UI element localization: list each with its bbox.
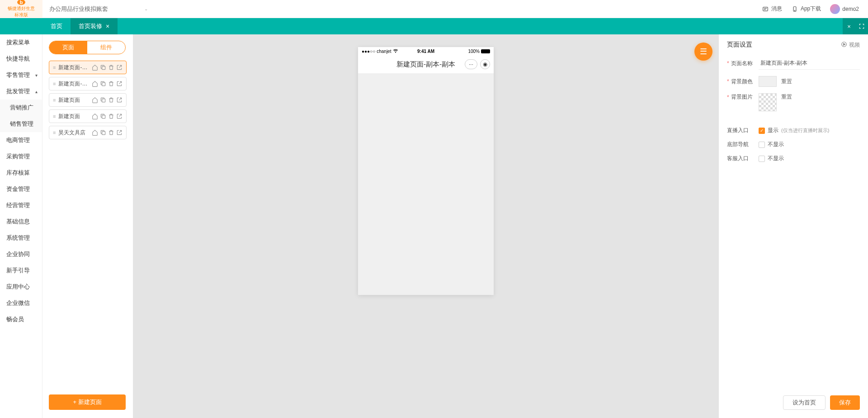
- tab-home[interactable]: 首页: [42, 18, 71, 34]
- svg-rect-0: [763, 7, 768, 10]
- page-item[interactable]: ≡ 新建页面-副本...: [49, 61, 127, 74]
- tab-switch-page[interactable]: 页面: [49, 41, 87, 54]
- user-menu[interactable]: demo2: [830, 4, 859, 14]
- drag-handle-icon[interactable]: ≡: [53, 81, 56, 86]
- tab-bar-right: ×: [843, 18, 868, 34]
- set-home-button[interactable]: 设为首页: [783, 395, 826, 410]
- external-link-icon[interactable]: [116, 97, 123, 103]
- page-item-name: 昊天文具店: [58, 129, 92, 137]
- image-swatch[interactable]: [759, 93, 777, 111]
- sidebar-item-member[interactable]: 畅会员: [0, 311, 42, 328]
- home-icon[interactable]: [92, 113, 98, 119]
- fab-menu-button[interactable]: ☰: [694, 43, 712, 61]
- tab-switch-component[interactable]: 组件: [87, 41, 125, 54]
- save-button[interactable]: 保存: [830, 395, 860, 410]
- drag-handle-icon[interactable]: ≡: [53, 114, 56, 119]
- sidebar-item-search[interactable]: 搜索菜单: [0, 34, 42, 51]
- messages-label: 消息: [771, 5, 782, 13]
- live-checkbox[interactable]: ✓: [759, 128, 765, 134]
- delete-icon[interactable]: [108, 97, 114, 103]
- sidebar-item-operation[interactable]: 经营管理: [0, 197, 42, 214]
- sidebar-item-collab[interactable]: 企业协同: [0, 246, 42, 262]
- main: 页面 组件 ≡ 新建页面-副本... ≡ 新建页面-副本 ≡ 新建页面: [42, 34, 868, 418]
- color-swatch[interactable]: [759, 76, 777, 87]
- copy-icon[interactable]: [100, 113, 106, 119]
- sidebar-item-purchase[interactable]: 采购管理: [0, 148, 42, 165]
- wifi-icon: [392, 48, 399, 55]
- account-dropdown[interactable]: 办公用品行业模拟账套 ⌄: [49, 5, 148, 13]
- sidebar-item-system[interactable]: 系统管理: [0, 230, 42, 246]
- phone-time: 9:41 AM: [417, 49, 434, 54]
- home-icon[interactable]: [92, 97, 98, 103]
- delete-icon[interactable]: [108, 129, 114, 136]
- sidebar-item-inventory[interactable]: 库存核算: [0, 165, 42, 181]
- drag-handle-icon[interactable]: ≡: [53, 130, 56, 135]
- service-hide-label: 不显示: [768, 155, 784, 162]
- external-link-icon[interactable]: [116, 113, 123, 119]
- account-name: 办公用品行业模拟账套: [49, 5, 108, 13]
- close-icon[interactable]: ×: [106, 23, 109, 30]
- external-link-icon[interactable]: [116, 81, 123, 87]
- delete-icon[interactable]: [108, 64, 114, 71]
- app-icon: [791, 5, 798, 13]
- sidebar-item-funds[interactable]: 资金管理: [0, 181, 42, 197]
- home-icon[interactable]: [92, 81, 98, 87]
- sidebar-item-quicknav[interactable]: 快捷导航: [0, 51, 42, 67]
- svg-point-2: [794, 10, 795, 10]
- fullscreen-button[interactable]: [855, 18, 868, 34]
- battery-icon: [481, 49, 490, 53]
- sidebar-item-guide[interactable]: 新手引导: [0, 262, 42, 279]
- new-page-button[interactable]: + 新建页面: [49, 394, 126, 410]
- copy-icon[interactable]: [100, 97, 106, 103]
- live-show-label: 显示: [768, 127, 778, 134]
- page-item-name: 新建页面: [58, 113, 92, 120]
- svg-rect-6: [102, 115, 105, 119]
- target-icon[interactable]: ◉: [480, 59, 490, 69]
- signal-icon: ●●●○○: [362, 49, 375, 54]
- delete-icon[interactable]: [108, 81, 114, 87]
- sidebar-item-wholesale[interactable]: 批发管理: [0, 83, 42, 100]
- messages-icon: [762, 5, 769, 13]
- sidebar-item-retail[interactable]: 零售管理: [0, 67, 42, 83]
- more-icon[interactable]: ···: [465, 59, 477, 69]
- logo[interactable]: b 畅捷通好生意 标准版: [0, 0, 42, 18]
- reset-bg-image[interactable]: 重置: [781, 93, 792, 101]
- copy-icon[interactable]: [100, 64, 106, 71]
- sidebar-item-wechat[interactable]: 企业微信: [0, 295, 42, 311]
- sidebar-item-basicinfo[interactable]: 基础信息: [0, 214, 42, 230]
- close-all-button[interactable]: ×: [843, 18, 855, 34]
- page-item[interactable]: ≡ 新建页面: [49, 93, 127, 107]
- page-item-name: 新建页面-副本: [58, 80, 92, 88]
- app-download-link[interactable]: App下载: [791, 5, 821, 13]
- page-item[interactable]: ≡ 昊天文具店: [49, 126, 127, 139]
- avatar: [830, 4, 840, 14]
- delete-icon[interactable]: [108, 113, 114, 119]
- tab-label: 首页装修: [79, 22, 102, 30]
- video-link[interactable]: 视频: [841, 41, 860, 49]
- drag-handle-icon[interactable]: ≡: [53, 97, 56, 103]
- external-link-icon[interactable]: [116, 129, 123, 136]
- home-icon[interactable]: [92, 64, 98, 71]
- bottom-nav-checkbox[interactable]: [759, 142, 765, 148]
- page-item[interactable]: ≡ 新建页面: [49, 109, 127, 123]
- reset-bg-color[interactable]: 重置: [781, 78, 792, 86]
- messages-link[interactable]: 消息: [762, 5, 782, 13]
- sidebar-item-appcenter[interactable]: 应用中心: [0, 279, 42, 295]
- service-label: 客服入口: [727, 155, 749, 162]
- drag-handle-icon[interactable]: ≡: [53, 65, 56, 70]
- page-item[interactable]: ≡ 新建页面-副本: [49, 77, 127, 90]
- copy-icon[interactable]: [100, 129, 106, 136]
- sidebar-item-ecommerce[interactable]: 电商管理: [0, 132, 42, 148]
- live-hint: (仅当进行直播时展示): [781, 127, 829, 134]
- home-icon[interactable]: [92, 129, 98, 136]
- service-checkbox[interactable]: [759, 156, 765, 162]
- copy-icon[interactable]: [100, 81, 106, 87]
- sidebar-item-marketing[interactable]: 营销推广: [0, 100, 42, 116]
- external-link-icon[interactable]: [116, 64, 123, 71]
- sidebar-item-sales[interactable]: 销售管理: [0, 116, 42, 132]
- carrier-label: chanjet: [377, 49, 391, 54]
- phone-content[interactable]: [358, 73, 494, 295]
- tab-home-decor[interactable]: 首页装修 ×: [71, 18, 118, 34]
- settings-title: 页面设置: [727, 41, 752, 49]
- page-name-input[interactable]: [759, 57, 860, 70]
